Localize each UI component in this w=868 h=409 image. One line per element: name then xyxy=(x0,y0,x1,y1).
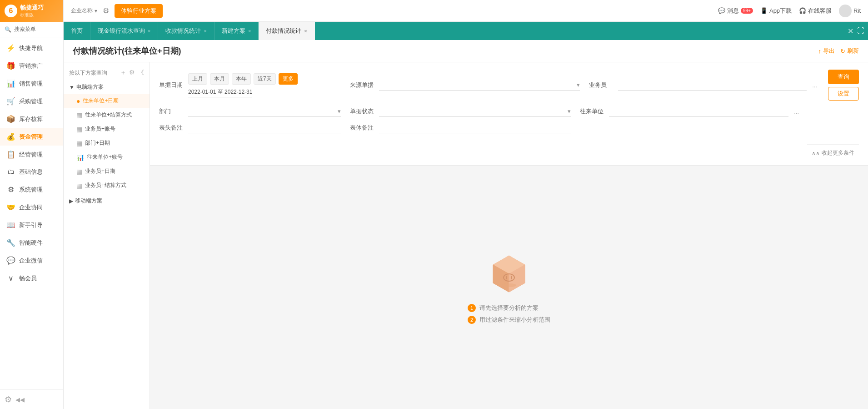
refresh-btn[interactable]: ↻ 刷新 xyxy=(840,47,859,55)
tab-close-icon[interactable]: × xyxy=(248,28,251,34)
scheme-item-partner-date[interactable]: ● 往来单位+日期 xyxy=(64,94,150,108)
scheme-group-desktop-title[interactable]: ▼ 电脑端方案 xyxy=(64,81,150,94)
tab-home[interactable]: 首页 xyxy=(64,22,90,40)
empty-icon xyxy=(486,251,532,297)
hardware-icon: 🔧 xyxy=(6,238,15,247)
collapse-btn[interactable]: ∧∧ 收起更多条件 xyxy=(807,144,859,162)
tab-new-scheme[interactable]: 新建方案 × xyxy=(215,22,259,40)
tab-close-icon[interactable]: × xyxy=(148,28,150,34)
scheme-item-icon: ▦ xyxy=(76,168,82,175)
staff-label: 业务员 xyxy=(589,81,614,89)
dept-select[interactable]: ▾ xyxy=(188,106,341,117)
tab-label: 收款情况统计 xyxy=(165,27,201,35)
scheme-active-icon: ● xyxy=(76,97,80,105)
date-7days-btn[interactable]: 近7天 xyxy=(254,73,276,85)
scheme-settings-btn[interactable]: ⚙ xyxy=(129,69,135,77)
sidebar-item-operation[interactable]: 📋 经营管理 xyxy=(0,146,63,163)
body-note-input[interactable] xyxy=(379,122,571,133)
sidebar-item-hardware[interactable]: 🔧 智能硬件 xyxy=(0,234,63,252)
tab-bank-flow[interactable]: 现金银行流水查询 × xyxy=(90,22,158,40)
content-area: 按以下方案查询 ＋ ⚙ 《 ▼ 电脑端方案 ● 往来单位+日期 xyxy=(64,62,868,409)
avatar xyxy=(839,5,852,17)
topbar-settings-icon[interactable]: ⚙ xyxy=(103,6,109,15)
trial-btn[interactable]: 体验行业方案 xyxy=(115,4,163,18)
scheme-group-label: 移动端方案 xyxy=(75,197,102,205)
scheme-collapse-btn[interactable]: 《 xyxy=(138,69,144,77)
sidebar-item-marketing[interactable]: 🎁 营销推广 xyxy=(0,57,63,75)
filter-dept-item: 部门 ▾ xyxy=(159,106,341,117)
sidebar-item-purchase[interactable]: 🛒 采购管理 xyxy=(0,92,63,110)
breadcrumb-text: 企业名称 xyxy=(71,7,93,15)
date-this-month-btn[interactable]: 本月 xyxy=(210,73,229,85)
app-download-btn[interactable]: 📱 App下载 xyxy=(760,7,792,15)
status-label: 单据状态 xyxy=(350,107,375,116)
capital-icon: 💰 xyxy=(6,132,15,141)
header-note-input[interactable] xyxy=(188,122,341,133)
source-select[interactable]: ▾ xyxy=(379,80,580,91)
user-menu[interactable]: Rit xyxy=(839,5,861,17)
sidebar-item-label: 经营管理 xyxy=(19,151,43,159)
scheme-group-mobile-title[interactable]: ▶ 移动端方案 xyxy=(64,194,150,207)
date-control: 上月 本月 本年 近7天 更多 2022-01-01 至 2022-12-31 xyxy=(188,73,341,97)
query-btn[interactable]: 查询 xyxy=(828,70,859,84)
logo-icon: 6 xyxy=(5,5,17,17)
filter-area: 单据日期 上月 本月 本年 近7天 更多 2022-01-01 至 2022-1… xyxy=(150,62,868,141)
sidebar-search[interactable]: 🔍 搜索菜单 xyxy=(0,22,63,37)
tab-receipt-stats[interactable]: 收款情况统计 × xyxy=(158,22,214,40)
wechat-icon: 💬 xyxy=(6,256,15,265)
sidebar-item-sales[interactable]: 📊 销售管理 xyxy=(0,75,63,92)
search-icon: 🔍 xyxy=(5,26,11,33)
date-this-year-btn[interactable]: 本年 xyxy=(232,73,251,85)
operation-icon: 📋 xyxy=(6,150,15,159)
date-last-month-btn[interactable]: 上月 xyxy=(188,73,207,85)
sidebar-item-basic[interactable]: 🗂 基础信息 xyxy=(0,163,63,181)
sidebar-item-guide[interactable]: 📖 新手引导 xyxy=(0,216,63,234)
sidebar-item-label: 资金管理 xyxy=(19,133,43,141)
sidebar-item-inventory[interactable]: 📦 库存核算 xyxy=(0,110,63,128)
sidebar-item-label: 畅会员 xyxy=(19,274,37,283)
filter-body-note-item: 表体备注 xyxy=(350,122,571,133)
sidebar-item-capital[interactable]: 💰 资金管理 xyxy=(0,128,63,146)
app-download-label: App下载 xyxy=(769,7,792,15)
scheme-item-partner-settle[interactable]: ▦ 往来单位+结算方式 xyxy=(64,108,150,122)
settings-icon[interactable]: ⚙ xyxy=(5,394,12,404)
close-all-icon[interactable]: ✕ xyxy=(848,27,853,35)
date-more-btn[interactable]: 更多 xyxy=(279,73,298,85)
partner-input[interactable] xyxy=(609,106,788,117)
tab-label: 付款情况统计 xyxy=(266,27,301,35)
settings-btn[interactable]: 设置 xyxy=(828,87,859,101)
tab-close-icon[interactable]: × xyxy=(304,28,307,34)
sidebar-item-enterprise[interactable]: 🤝 企业协同 xyxy=(0,198,63,216)
export-btn[interactable]: ↑ 导出 xyxy=(818,47,835,55)
fullscreen-icon[interactable]: ⛶ xyxy=(857,27,864,35)
collapse-section: ∧∧ 收起更多条件 xyxy=(150,141,868,166)
staff-dots-btn[interactable]: ... xyxy=(810,82,819,89)
tip-num-2: 2 xyxy=(468,316,476,324)
tabbar-spacer xyxy=(315,22,844,40)
online-service-btn[interactable]: 🎧 在线客服 xyxy=(799,7,832,15)
scheme-item-dept-date[interactable]: ▦ 部门+日期 xyxy=(64,136,150,150)
sidebar-item-system[interactable]: ⚙ 系统管理 xyxy=(0,181,63,198)
collapse-sidebar-icon[interactable]: ◀◀ xyxy=(15,396,25,403)
tab-payment-stats[interactable]: 付款情况统计 × xyxy=(259,22,314,40)
sidebar-item-quick-nav[interactable]: ⚡ 快捷导航 xyxy=(0,39,63,57)
scheme-item-icon: ▦ xyxy=(76,182,82,189)
tab-close-icon[interactable]: × xyxy=(204,28,206,34)
add-scheme-btn[interactable]: ＋ xyxy=(120,69,126,77)
empty-tip-1: 1 请先选择要分析的方案 xyxy=(468,304,550,312)
logo-text-group: 畅捷通巧 标准版 xyxy=(20,4,44,18)
scheme-item-staff-date[interactable]: ▦ 业务员+日期 xyxy=(64,164,150,178)
chevron-down-icon: ▾ xyxy=(338,108,341,115)
messages-btn[interactable]: 💬 消息 99+ xyxy=(718,7,753,15)
status-select[interactable]: ▾ xyxy=(379,106,571,117)
topbar-right: 💬 消息 99+ 📱 App下载 🎧 在线客服 Rit xyxy=(718,5,861,17)
staff-input[interactable] xyxy=(618,80,807,91)
guide-icon: 📖 xyxy=(6,221,15,229)
scheme-item-staff-account[interactable]: ▦ 业务员+账号 xyxy=(64,122,150,136)
scheme-item-partner-account[interactable]: 📊 往来单位+账号 xyxy=(64,150,150,164)
sidebar-item-wechat[interactable]: 💬 企业微信 xyxy=(0,252,63,269)
partner-dots-btn[interactable]: ... xyxy=(792,108,801,115)
sidebar-item-label: 系统管理 xyxy=(19,186,43,194)
sidebar-item-vip[interactable]: ∨ 畅会员 xyxy=(0,269,63,287)
scheme-item-staff-settle[interactable]: ▦ 业务员+结算方式 xyxy=(64,178,150,192)
